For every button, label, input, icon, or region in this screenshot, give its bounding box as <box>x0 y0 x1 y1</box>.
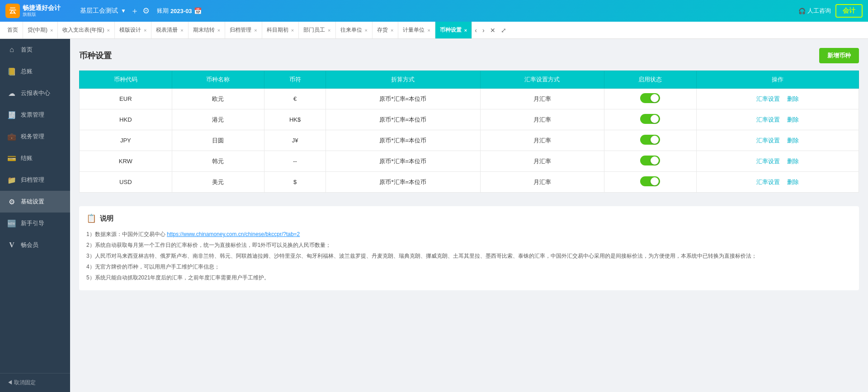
tab-inventory[interactable]: 存货 × <box>373 22 398 39</box>
cell-symbol: J¥ <box>264 130 326 151</box>
col-symbol: 币符 <box>264 71 326 89</box>
tab-currency-close[interactable]: × <box>464 28 467 33</box>
tab-archive-close[interactable]: × <box>254 28 257 33</box>
calendar-icon[interactable]: 📅 <box>194 7 202 14</box>
app-name: 畅捷通好会计 <box>23 4 61 12</box>
col-actions: 操作 <box>697 71 859 89</box>
tab-template[interactable]: 模版设计 × <box>115 22 151 39</box>
tab-yearend[interactable]: 期末结转 × <box>189 22 225 39</box>
toggle-switch[interactable] <box>640 135 660 145</box>
tab-partner-label: 往来单位 <box>340 26 362 34</box>
sidebar-item-settle[interactable]: 💳 结账 <box>0 147 70 169</box>
rate-setting-link[interactable]: 汇率设置 <box>756 95 780 102</box>
tab-subject[interactable]: 科目期初 × <box>262 22 299 39</box>
sidebar-label-ledger: 总账 <box>21 67 33 76</box>
tab-taxclear[interactable]: 税表清册 × <box>151 22 188 39</box>
sidebar-item-ledger[interactable]: 📒 总账 <box>0 61 70 82</box>
tab-dept-close[interactable]: × <box>328 28 330 33</box>
cell-code: JPY <box>80 130 172 151</box>
toggle-switch[interactable] <box>640 114 660 124</box>
new-currency-button[interactable]: 新增币种 <box>819 48 859 63</box>
col-code: 币种代码 <box>80 71 172 89</box>
tab-subject-close[interactable]: × <box>291 28 294 33</box>
tab-home[interactable]: 首页 <box>3 22 23 39</box>
tab-income-label: 收入支出表(年报) <box>62 26 104 34</box>
cell-code: EUR <box>80 89 172 109</box>
kuaiji-button[interactable]: 会计 <box>835 4 863 18</box>
toggle-switch[interactable] <box>640 176 660 186</box>
tab-income-close[interactable]: × <box>107 28 109 33</box>
member-icon: V <box>7 241 16 250</box>
col-status: 启用状态 <box>604 71 697 89</box>
cell-status <box>604 172 697 193</box>
cell-name: 韩元 <box>172 151 264 172</box>
settings-button[interactable]: ⚙ <box>142 6 150 16</box>
sidebar-item-home[interactable]: ⌂ 首页 <box>0 39 70 61</box>
cell-symbol: -- <box>264 151 326 172</box>
rate-setting-link[interactable]: 汇率设置 <box>756 158 780 165</box>
delete-link[interactable]: 删除 <box>787 116 799 123</box>
cell-rate-type: 月汇率 <box>480 172 604 193</box>
delete-link[interactable]: 删除 <box>787 95 799 102</box>
cell-calc: 原币*汇率=本位币 <box>326 151 480 172</box>
support-button[interactable]: 🎧 人工咨询 <box>798 7 831 15</box>
sidebar-item-tax[interactable]: 💼 税务管理 <box>0 126 70 147</box>
toggle-switch[interactable] <box>640 156 660 165</box>
tab-balance-close[interactable]: × <box>50 28 53 33</box>
cell-actions: 汇率设置删除 <box>697 109 859 130</box>
tab-currency[interactable]: 币种设置 × <box>435 22 472 39</box>
toggle-switch[interactable] <box>640 93 660 103</box>
tab-partner[interactable]: 往来单位 × <box>336 22 373 39</box>
note-item-3: 3）人民币对马来西亚林吉特、俄罗斯卢布、南非兰特、韩元、阿联酋迪拉姆、沙特里亚尔… <box>86 250 852 261</box>
cell-code: USD <box>80 172 172 193</box>
sidebar-item-reports[interactable]: ☁ 云报表中心 <box>0 82 70 104</box>
tab-template-close[interactable]: × <box>144 28 146 33</box>
cell-name: 美元 <box>172 172 264 193</box>
notes-section: 📋 说明 1）数据来源：中国外汇交易中心 https://www.chinamo… <box>79 206 859 290</box>
tab-close-all-button[interactable]: ✕ <box>487 27 498 34</box>
tab-income[interactable]: 收入支出表(年报) × <box>58 22 114 39</box>
sidebar-item-settings[interactable]: ⚙ 基础设置 <box>0 191 70 213</box>
cell-symbol: HK$ <box>264 109 326 130</box>
sidebar-pin-toggle[interactable]: ◀ 取消固定 <box>0 373 70 392</box>
tab-yearend-close[interactable]: × <box>217 28 220 33</box>
sidebar-item-invoice[interactable]: 🧾 发票管理 <box>0 104 70 126</box>
tab-partner-close[interactable]: × <box>365 28 368 33</box>
cell-actions: 汇率设置删除 <box>697 151 859 172</box>
settings-nav-icon: ⚙ <box>7 197 16 206</box>
sidebar-item-member[interactable]: V 畅会员 <box>0 234 70 256</box>
delete-link[interactable]: 删除 <box>787 137 799 144</box>
tab-dept[interactable]: 部门员工 × <box>299 22 335 39</box>
rate-setting-link[interactable]: 汇率设置 <box>756 116 780 123</box>
tab-taxclear-close[interactable]: × <box>180 28 183 33</box>
cell-calc: 原币*汇率=本位币 <box>326 89 480 109</box>
notes-icon: 📋 <box>86 213 96 223</box>
main-layout: ⌂ 首页 📒 总账 ☁ 云报表中心 🧾 发票管理 💼 税务管理 💳 结账 📁 归… <box>0 39 868 392</box>
tab-next-button[interactable]: › <box>480 27 487 34</box>
tab-inventory-close[interactable]: × <box>391 28 393 33</box>
sidebar-item-guide[interactable]: 🆕 新手引导 <box>0 213 70 234</box>
rate-setting-link[interactable]: 汇率设置 <box>756 179 780 185</box>
toggle-knob <box>651 115 659 123</box>
table-row: USD美元$原币*汇率=本位币月汇率汇率设置删除 <box>80 172 859 193</box>
ledger-icon: 📒 <box>7 67 16 76</box>
tab-expand-button[interactable]: ⤢ <box>498 27 509 34</box>
cell-symbol: $ <box>264 172 326 193</box>
tab-dept-label: 部门员工 <box>303 26 325 34</box>
rate-setting-link[interactable]: 汇率设置 <box>756 137 780 144</box>
tab-unit[interactable]: 计量单位 × <box>398 22 435 39</box>
company-name[interactable]: 基层工会测试 <box>80 7 118 15</box>
add-tab-button[interactable]: ＋ <box>131 5 139 16</box>
delete-link[interactable]: 删除 <box>787 179 799 185</box>
notes-link[interactable]: https://www.chinamoney.com.cn/chinese/bk… <box>167 231 300 237</box>
delete-link[interactable]: 删除 <box>787 158 799 165</box>
tab-unit-close[interactable]: × <box>427 28 430 33</box>
tab-balance[interactable]: 贷(中期) × <box>23 22 58 39</box>
company-dropdown-icon[interactable]: ▼ <box>121 8 126 14</box>
note-item-4: 4）无官方牌价的币种，可以用用户手工维护汇率信息； <box>86 261 852 272</box>
cell-name: 日圆 <box>172 130 264 151</box>
tab-prev-button[interactable]: ‹ <box>472 27 480 34</box>
tab-archive[interactable]: 归档管理 × <box>225 22 262 39</box>
cell-status <box>604 151 697 172</box>
sidebar-item-archive[interactable]: 📁 归档管理 <box>0 169 70 191</box>
